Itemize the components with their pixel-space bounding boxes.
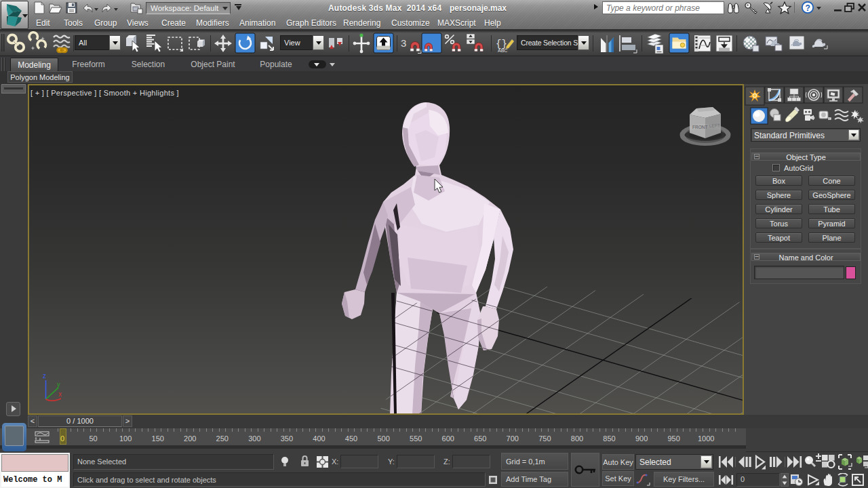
svg-text:x: x bbox=[58, 390, 62, 398]
svg-text:?: ? bbox=[806, 3, 810, 13]
svg-text:LEFT: LEFT bbox=[709, 123, 720, 128]
svg-text:3: 3 bbox=[401, 37, 406, 49]
svg-text:z: z bbox=[43, 372, 46, 380]
svg-text:FRONT: FRONT bbox=[692, 125, 707, 129]
svg-text:y: y bbox=[57, 381, 60, 388]
